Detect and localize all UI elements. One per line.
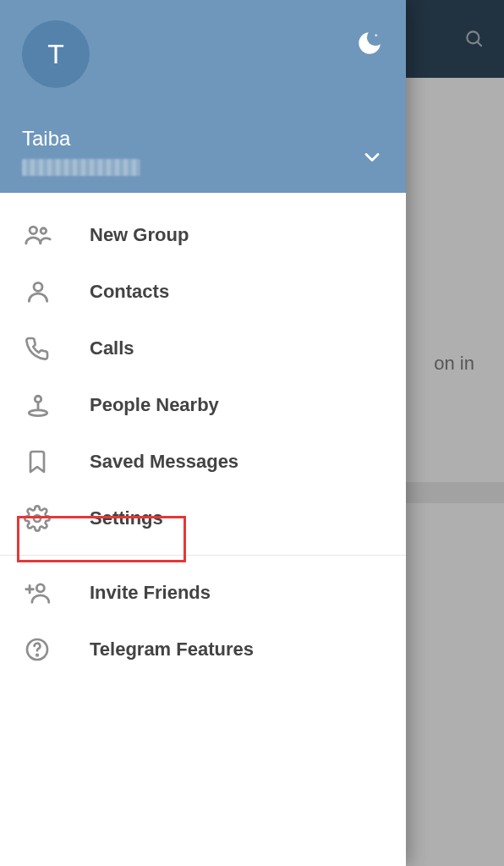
menu-item-new-group[interactable]: New Group — [0, 206, 406, 263]
drawer-menu: New Group Contacts Calls — [0, 193, 406, 866]
help-icon — [24, 636, 90, 663]
add-person-icon — [24, 578, 90, 607]
svg-point-6 — [29, 409, 47, 415]
menu-item-label: Saved Messages — [90, 451, 238, 473]
gear-icon — [24, 505, 90, 532]
night-mode-icon[interactable] — [355, 29, 384, 58]
chevron-down-icon[interactable] — [360, 145, 384, 169]
menu-item-invite-friends[interactable]: Invite Friends — [0, 564, 406, 621]
svg-point-4 — [34, 282, 42, 291]
menu-item-calls[interactable]: Calls — [0, 320, 406, 376]
menu-item-people-nearby[interactable]: People Nearby — [0, 376, 406, 433]
menu-item-label: Telegram Features — [90, 639, 254, 660]
svg-point-7 — [34, 515, 41, 522]
svg-point-3 — [41, 227, 47, 233]
menu-item-saved-messages[interactable]: Saved Messages — [0, 433, 406, 490]
menu-item-contacts[interactable]: Contacts — [0, 263, 406, 320]
svg-point-8 — [36, 584, 44, 591]
menu-item-telegram-features[interactable]: Telegram Features — [0, 621, 406, 677]
profile-name: Taiba — [22, 127, 384, 151]
menu-item-label: Calls — [90, 337, 134, 359]
person-icon — [24, 277, 90, 306]
avatar-letter: T — [47, 39, 64, 70]
menu-item-settings[interactable]: Settings — [0, 490, 406, 546]
menu-divider — [0, 555, 406, 556]
navigation-drawer: T Taiba New Group — [0, 0, 406, 866]
svg-point-12 — [36, 654, 38, 655]
svg-point-2 — [30, 227, 37, 234]
bookmark-icon — [24, 448, 90, 475]
drawer-header: T Taiba — [0, 0, 406, 193]
menu-item-label: People Nearby — [90, 394, 219, 416]
menu-item-label: Invite Friends — [90, 582, 211, 604]
avatar[interactable]: T — [22, 20, 90, 88]
group-icon — [24, 221, 90, 249]
menu-item-label: Contacts — [90, 281, 169, 303]
menu-item-label: Settings — [90, 507, 163, 529]
menu-item-label: New Group — [90, 224, 189, 246]
phone-icon — [24, 335, 90, 362]
phone-number-blurred — [22, 159, 140, 176]
people-nearby-icon — [24, 391, 90, 419]
